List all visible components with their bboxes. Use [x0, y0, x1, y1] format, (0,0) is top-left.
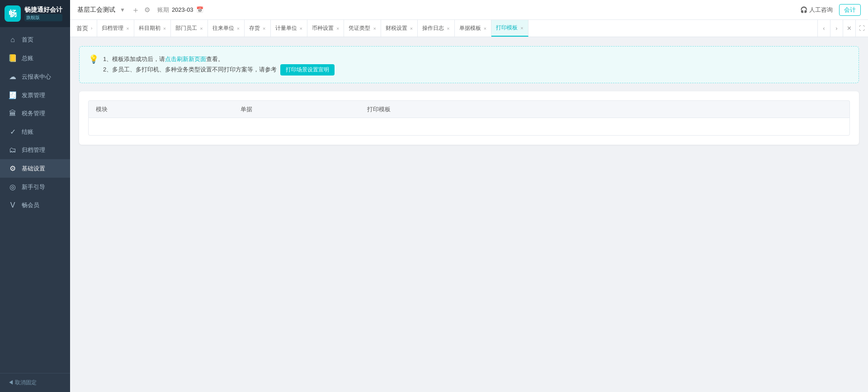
sidebar-label-invoice: 发票管理	[22, 91, 45, 99]
tab-label-voucher: 凭证类型	[349, 24, 370, 32]
tab-voucher[interactable]: 凭证类型×	[344, 20, 381, 37]
tab-oplog[interactable]: 操作日志×	[418, 20, 454, 37]
tab-label-subject: 科目期初	[139, 24, 160, 32]
sidebar-label-tax: 税务管理	[22, 109, 45, 118]
sidebar-label-member: 畅会员	[22, 201, 39, 209]
sidebar-label-guide: 新手引导	[22, 183, 45, 191]
tab-label-unit: 计量单位	[275, 24, 297, 32]
tab-close-stock[interactable]: ×	[263, 26, 265, 31]
tab-archive[interactable]: 归档管理×	[97, 20, 134, 37]
tab-fiscal[interactable]: 财税设置×	[381, 20, 418, 37]
tab-close-template[interactable]: ×	[484, 26, 486, 31]
tab-home-chevron: ›	[91, 26, 92, 31]
sidebar-item-ledger[interactable]: 📒 总账	[0, 49, 70, 67]
tab-close-print[interactable]: ×	[520, 25, 523, 31]
notice-line2: 2、多员工、多打印机、多种业务类型设置不同打印方案等，请参考 打印场景设置宣明	[103, 64, 849, 76]
sidebar-icon-tax: 🏛	[8, 109, 17, 118]
notice-refresh-link[interactable]: 点击刷新新页面	[165, 56, 206, 62]
sidebar-item-member[interactable]: V 畅会员	[0, 196, 70, 214]
tab-stock[interactable]: 存货×	[245, 20, 270, 37]
sidebar-icon-settle: ✓	[8, 128, 17, 136]
notice-content: 1、模板添加成功后，请点击刷新新页面查看。 2、多员工、多打印机、多种业务类型设…	[103, 54, 849, 76]
sidebar-item-settle[interactable]: ✓ 结账	[0, 123, 70, 141]
print-scene-button[interactable]: 打印场景设置宣明	[280, 64, 335, 76]
tab-label-template: 单据模板	[459, 24, 481, 32]
period-section: 账期 2023-03 📅	[157, 6, 203, 14]
content-area: 隐藏预置模板设置 💡 1、模板添加成功后，请点击刷新新页面查看。 2、多员工、多…	[70, 37, 868, 392]
app-title: 畅捷通好会计	[24, 6, 62, 14]
notice-line1-pre: 1、模板添加成功后，请	[103, 56, 165, 62]
settings-icon[interactable]: ⚙	[144, 6, 150, 14]
tab-label-stock: 存货	[249, 24, 260, 32]
notice-line1: 1、模板添加成功后，请点击刷新新页面查看。	[103, 54, 849, 64]
tab-close-voucher[interactable]: ×	[373, 26, 376, 31]
sidebar-item-tax[interactable]: 🏛 税务管理	[0, 104, 70, 123]
tab-unit[interactable]: 计量单位×	[271, 20, 307, 37]
tab-close-oplog[interactable]: ×	[447, 26, 449, 31]
tab-close-currency[interactable]: ×	[336, 26, 339, 31]
tab-print[interactable]: 打印模板×	[491, 20, 528, 37]
period-label: 账期	[157, 6, 169, 14]
tabbar: 首页›归档管理×科目期初×部门员工×往来单位×存货×计量单位×币种设置×凭证类型…	[70, 20, 868, 37]
headset-icon: 🎧	[800, 6, 807, 13]
tab-template[interactable]: 单据模板×	[455, 20, 491, 37]
table-header: 模块 单据 打印模板	[88, 100, 850, 118]
sidebar-item-archive[interactable]: 🗂 归档管理	[0, 141, 70, 159]
sidebar-icon-home: ⌂	[8, 36, 17, 44]
sidebar-nav: ⌂ 首页 📒 总账 ☁ 云报表中心 🧾 发票管理 🏛 税务管理 ✓ 结账 🗂 归…	[0, 27, 70, 373]
tab-expand-button[interactable]: ⛶	[855, 20, 868, 37]
tab-close-dept[interactable]: ×	[200, 26, 203, 31]
notice-line2-pre: 2、多员工、多打印机、多种业务类型设置不同打印方案等，请参考	[103, 66, 277, 73]
main-area: 基层工会测试 ▼ ＋ ⚙ 账期 2023-03 📅 🎧 人工咨询 会计 首页›归…	[70, 0, 868, 392]
topbar-right: 🎧 人工咨询 会计	[800, 4, 861, 16]
sidebar-item-home[interactable]: ⌂ 首页	[0, 31, 70, 49]
sidebar-label-ledger: 总账	[22, 54, 33, 62]
col-document: 单据	[233, 105, 360, 113]
sidebar-item-invoice[interactable]: 🧾 发票管理	[0, 86, 70, 104]
app-logo-text: 畅捷通好会计 旗舰版	[24, 6, 62, 22]
tab-close-archive[interactable]: ×	[126, 26, 129, 31]
app-logo-icon: 畅	[5, 5, 21, 22]
tab-next-button[interactable]: ›	[830, 20, 843, 37]
company-name[interactable]: 基层工会测试	[77, 6, 115, 14]
tab-currency[interactable]: 币种设置×	[307, 20, 344, 37]
sidebar-label-home: 首页	[22, 36, 33, 44]
tab-subject[interactable]: 科目期初×	[134, 20, 171, 37]
sidebar-icon-archive: 🗂	[8, 146, 17, 154]
service-button[interactable]: 🎧 人工咨询	[800, 6, 833, 14]
sidebar-item-settings[interactable]: ⚙ 基础设置	[0, 159, 70, 178]
calendar-icon[interactable]: 📅	[196, 6, 203, 13]
sidebar-icon-guide: ◎	[8, 183, 17, 191]
service-label: 人工咨询	[809, 6, 833, 14]
tab-label-supplier: 往来单位	[212, 24, 234, 32]
table-container: 模块 单据 打印模板	[79, 91, 859, 145]
tab-close-fiscal[interactable]: ×	[410, 26, 413, 31]
tab-label-fiscal: 财税设置	[386, 24, 407, 32]
add-tab-button[interactable]: ＋	[132, 5, 140, 15]
sidebar-footer-label: ◀ 取消固定	[8, 379, 37, 387]
sidebar-item-guide[interactable]: ◎ 新手引导	[0, 178, 70, 196]
sidebar-unpin[interactable]: ◀ 取消固定	[0, 373, 70, 392]
company-dropdown-icon[interactable]: ▼	[120, 7, 125, 13]
sidebar-label-settings: 基础设置	[22, 165, 45, 173]
sidebar-label-reports: 云报表中心	[22, 73, 51, 81]
tab-label-currency: 币种设置	[312, 24, 334, 32]
tab-label-home: 首页	[76, 24, 88, 33]
tab-home[interactable]: 首页›	[72, 20, 97, 37]
tab-close-unit[interactable]: ×	[300, 26, 302, 31]
sidebar: 畅 畅捷通好会计 旗舰版 ⌂ 首页 📒 总账 ☁ 云报表中心 🧾 发票管理 🏛 …	[0, 0, 70, 392]
tab-close-subject[interactable]: ×	[163, 26, 166, 31]
tab-label-print: 打印模板	[496, 24, 518, 32]
tab-close-all-button[interactable]: ✕	[843, 20, 855, 37]
tab-label-oplog: 操作日志	[422, 24, 444, 32]
tab-prev-button[interactable]: ‹	[817, 20, 830, 37]
tab-dept[interactable]: 部门员工×	[171, 20, 208, 37]
tab-label-dept: 部门员工	[175, 24, 197, 32]
kuaiji-button[interactable]: 会计	[839, 4, 861, 16]
tab-close-supplier[interactable]: ×	[237, 26, 240, 31]
sidebar-icon-ledger: 📒	[8, 54, 17, 62]
sidebar-item-reports[interactable]: ☁ 云报表中心	[0, 67, 70, 86]
tab-supplier[interactable]: 往来单位×	[208, 20, 245, 37]
notice-line1-post: 查看。	[206, 56, 224, 62]
period-value[interactable]: 2023-03	[172, 6, 193, 13]
